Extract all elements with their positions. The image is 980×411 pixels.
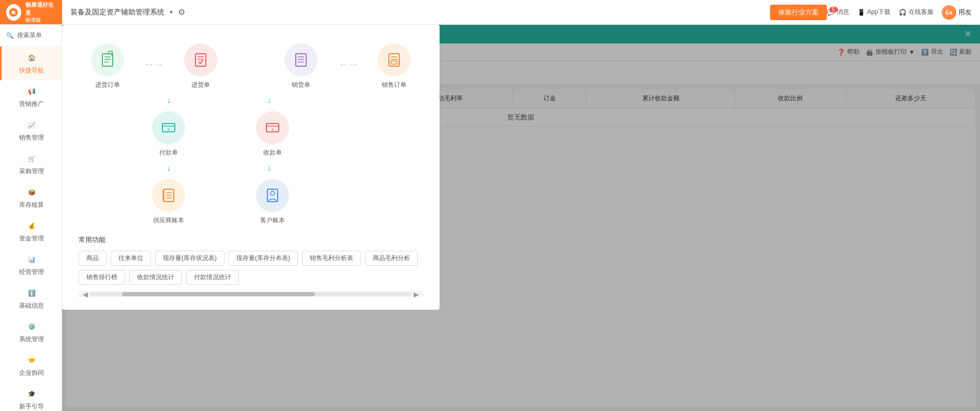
guide-content: 进货订单 - - →: [62, 25, 440, 310]
sales-order-label: 销售订单: [382, 81, 406, 89]
search-menu-btn[interactable]: 🔍 搜索菜单: [4, 29, 57, 42]
cf-btn-products[interactable]: 商品: [79, 251, 107, 266]
system-title-area: 装备及固定资产辅助管理系统 ▼ ⚙: [70, 7, 770, 17]
logo-area: 畅 畅康通好生意 标准版: [0, 0, 62, 24]
logo-sub: 标准版: [25, 17, 56, 24]
cf-btn-inventory-dist[interactable]: 现存量(库存分布表): [229, 251, 298, 266]
cf-btn-payment-stats[interactable]: 付款情况统计: [186, 270, 239, 285]
purchase-receipt-circle: [184, 43, 217, 77]
enterprise-icon: 🤝: [25, 354, 38, 367]
sidebar: 🔍 搜索菜单 🏠 快捷导航 📢 营销推广 📈 销售管理 🛒 采购管理 📦 库存核…: [0, 25, 62, 411]
svg-text:¥: ¥: [167, 127, 170, 132]
flow-purchase-order[interactable]: 进货订单: [87, 37, 128, 96]
common-functions-title: 常用功能: [79, 235, 423, 245]
common-functions: 常用功能 商品 往来单位 现存量(库存状况表) 现存量(库存分布表) 销售毛利分…: [79, 235, 423, 297]
flow-payment-order[interactable]: ¥ 付款单: [148, 105, 189, 163]
scrollbar-left-arrow[interactable]: ◀: [81, 291, 90, 298]
experience-btn[interactable]: 体验行业方案: [770, 5, 827, 20]
sidebar-item-label-sales: 销售管理: [19, 133, 44, 142]
scrollbar-track[interactable]: [90, 292, 412, 296]
sidebar-item-finance[interactable]: 💰 资金管理: [0, 215, 62, 248]
cf-btn-sales-gross[interactable]: 销售毛利分析表: [302, 251, 361, 266]
newbie-icon: 🎓: [25, 388, 38, 400]
cf-btn-product-gross[interactable]: 商品毛利分析: [365, 251, 418, 266]
cf-buttons-row2: 销售排行榜 收款情况统计 付款情况统计: [79, 270, 423, 285]
inventory-icon: 📦: [25, 186, 38, 199]
svg-rect-16: [391, 61, 397, 64]
message-badge-wrap: 💬 5: [827, 9, 835, 16]
message-btn[interactable]: 💬 5 消息: [827, 8, 849, 17]
sidebar-item-label-basic: 基础信息: [19, 301, 44, 310]
flow-sales-order-doc[interactable]: 销货单: [280, 37, 322, 96]
sidebar-item-purchase[interactable]: 🛒 采购管理: [0, 147, 62, 181]
sales-order-doc-label: 销货单: [292, 81, 310, 89]
flow-row-3: 供应商账本: [79, 173, 423, 231]
customer-ledger-label: 客户账本: [260, 216, 285, 225]
flow-diagram: 进货订单 - - →: [79, 37, 423, 231]
sidebar-item-label-newbie: 新手引导: [19, 402, 44, 411]
scrollbar-right-arrow[interactable]: ▶: [412, 291, 421, 298]
online-service-btn[interactable]: 🎧 在线客服: [899, 8, 933, 17]
receipt-order-circle: ¥: [256, 111, 289, 144]
cf-btn-sales-rank[interactable]: 销售排行榜: [79, 270, 125, 285]
operations-icon: 📊: [25, 253, 38, 266]
svg-rect-24: [162, 190, 164, 201]
down-arrow-pr: ↓: [154, 96, 185, 105]
cf-btn-partners[interactable]: 往来单位: [111, 251, 151, 266]
payment-order-label: 付款单: [159, 148, 178, 157]
user-avatar: Ea: [942, 5, 956, 20]
message-badge: 5: [830, 7, 838, 12]
basic-icon: ℹ️: [25, 287, 38, 299]
sidebar-item-label-finance: 资金管理: [19, 234, 44, 243]
sidebar-item-sales[interactable]: 📈 销售管理: [0, 114, 62, 147]
logo-text: 畅康通好生意: [25, 1, 56, 17]
user-name: 用友: [958, 8, 972, 17]
sidebar-item-system[interactable]: ⚙️ 系统管理: [0, 315, 62, 349]
finance-icon: 💰: [25, 220, 38, 232]
sidebar-item-basic[interactable]: ℹ️ 基础信息: [0, 282, 62, 315]
sidebar-item-label-quick-guide: 快捷导航: [19, 66, 44, 75]
content-area: 首页 销售订单执行表 ✕ ✕ ❓ 帮助 🖨️ 按模板打印 ▼: [62, 25, 980, 411]
guide-scrollbar: ◀ ▶: [79, 291, 423, 297]
sidebar-item-newbie[interactable]: 🎓 新手引导: [0, 383, 62, 411]
sidebar-item-quick-guide[interactable]: 🏠 快捷导航: [0, 47, 62, 80]
system-dropdown-arrow[interactable]: ▼: [169, 9, 174, 15]
svg-text:畅: 畅: [11, 10, 16, 15]
sales-order-circle: [378, 43, 411, 77]
overlay-backdrop[interactable]: 进货订单 - - →: [62, 25, 980, 411]
svg-rect-2: [102, 54, 113, 66]
cf-buttons-row1: 商品 往来单位 现存量(库存状况表) 现存量(库存分布表) 销售毛利分析表 商品…: [79, 251, 423, 266]
sidebar-item-marketing[interactable]: 📢 营销推广: [0, 80, 62, 114]
flow-arrows-row-2: ↓ ↓: [79, 163, 423, 173]
purchase-order-label: 进货订单: [95, 81, 120, 89]
sidebar-item-inventory[interactable]: 📦 库存核算: [0, 181, 62, 215]
sidebar-item-label-inventory: 库存核算: [19, 201, 44, 209]
sales-icon: 📈: [25, 119, 38, 131]
system-icon: ⚙️: [25, 321, 38, 333]
arrow-sod-to-so: ← - -: [338, 58, 356, 70]
flow-purchase-receipt[interactable]: 进货单: [180, 37, 221, 96]
cf-btn-receipt-stats[interactable]: 收款情况统计: [129, 270, 182, 285]
sidebar-item-label-marketing: 营销推广: [19, 100, 44, 109]
sidebar-item-operations[interactable]: 📊 经营管理: [0, 248, 62, 282]
sidebar-item-label-purchase: 采购管理: [19, 167, 44, 176]
flow-supplier-ledger[interactable]: 供应商账本: [148, 173, 189, 231]
flow-customer-ledger[interactable]: 客户账本: [252, 173, 293, 231]
down-arrow-receipt: ↓: [254, 163, 285, 173]
sidebar-search-area: 🔍 搜索菜单: [0, 25, 62, 47]
scrollbar-thumb: [122, 292, 315, 296]
flow-receipt-order[interactable]: ¥ 收款单: [252, 105, 293, 163]
gear-icon[interactable]: ⚙: [178, 7, 185, 17]
supplier-ledger-label: 供应商账本: [153, 216, 184, 225]
message-label: 消息: [837, 8, 849, 17]
cf-btn-inventory-status[interactable]: 现存量(库存状况表): [155, 251, 224, 266]
app-download-btn[interactable]: 📱 App下载: [857, 8, 891, 17]
phone-icon: 📱: [857, 9, 865, 16]
flow-sales-order[interactable]: 销售订单: [373, 37, 415, 96]
quick-guide-panel: 进货订单 - - →: [62, 25, 440, 310]
sidebar-item-enterprise[interactable]: 🤝 企业协同: [0, 349, 62, 383]
user-menu[interactable]: Ea 用友: [942, 5, 972, 20]
sidebar-item-label-system: 系统管理: [19, 335, 44, 344]
svg-rect-6: [195, 54, 206, 66]
flow-row-2: ¥ 付款单: [79, 105, 423, 163]
